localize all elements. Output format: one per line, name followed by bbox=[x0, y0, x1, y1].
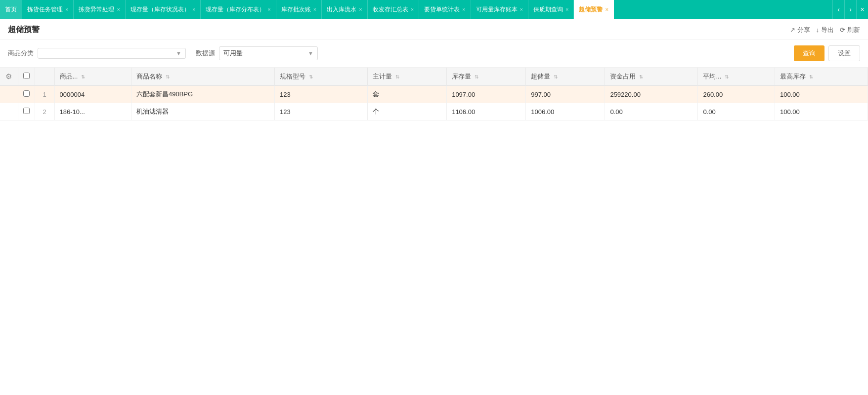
share-button[interactable]: ↗ 分享 bbox=[790, 26, 810, 35]
col-spec-label: 规格型号 bbox=[280, 73, 305, 80]
col-max-stock[interactable]: 最高库存 ⇅ bbox=[775, 68, 868, 86]
datasource-filter-group: 数据源 可用量 ▼ bbox=[196, 46, 318, 60]
export-button[interactable]: ↓ 导出 bbox=[816, 26, 834, 35]
row-num-cell: 2 bbox=[35, 103, 54, 120]
nav-item-stock-dist-label: 现存量（库存分布表） bbox=[206, 5, 265, 14]
page-header: 超储预警 ↗ 分享 ↓ 导出 ⟳ 刷新 bbox=[0, 19, 868, 40]
nav-item-batch-acct-label: 库存批次账 bbox=[281, 5, 311, 14]
nav-item-task-mgmt-label: 拣货任务管理 bbox=[27, 5, 63, 14]
category-filter-group: 商品分类 ▼ bbox=[8, 48, 186, 59]
nav-item-batch-acct[interactable]: 库存批次账 × bbox=[276, 0, 322, 19]
table-row: 2 186-10... 机油滤清器 123 个 1106.00 1006.00 … bbox=[0, 103, 868, 120]
close-stock-dist-icon[interactable]: × bbox=[267, 6, 270, 12]
nav-item-inout-flow-label: 出入库流水 bbox=[327, 5, 356, 14]
table-container: ⚙ 商品... ⇅ 商品名称 ⇅ 规格型号 bbox=[0, 68, 868, 120]
col-settings: ⚙ bbox=[0, 68, 18, 86]
row-checkbox-cell bbox=[18, 103, 35, 120]
col-checkbox bbox=[18, 68, 35, 86]
col-avg-label: 平均... bbox=[703, 73, 721, 80]
col-unit[interactable]: 主计量 ⇅ bbox=[368, 68, 447, 86]
row-max-stock-cell: 100.00 bbox=[775, 103, 868, 120]
row-settings-cell bbox=[0, 86, 18, 103]
overstock-table: ⚙ 商品... ⇅ 商品名称 ⇅ 规格型号 bbox=[0, 68, 868, 120]
close-overstock-icon[interactable]: × bbox=[605, 6, 608, 12]
row-checkbox-0[interactable] bbox=[23, 90, 30, 97]
close-batch-acct-icon[interactable]: × bbox=[313, 6, 316, 12]
nav-item-quality[interactable]: 保质期查询 × bbox=[528, 0, 574, 19]
nav-item-inout-flow[interactable]: 出入库流水 × bbox=[322, 0, 367, 19]
nav-item-task-mgmt[interactable]: 拣货任务管理 × bbox=[22, 0, 74, 19]
row-stock-cell: 1106.00 bbox=[447, 103, 526, 120]
nav-item-stock-status[interactable]: 现存量（库存状况表） × bbox=[126, 0, 201, 19]
close-order-stat-icon[interactable]: × bbox=[462, 6, 465, 12]
nav-item-recv-send[interactable]: 收发存汇总表 × bbox=[368, 0, 419, 19]
nav-item-avail-acct-label: 可用量库存账本 bbox=[476, 5, 518, 14]
nav-item-overstock[interactable]: 超储预警 × bbox=[574, 0, 613, 19]
row-goods-name-cell: 六配套新昌490BPG bbox=[131, 86, 275, 103]
nav-item-home[interactable]: 首页 bbox=[0, 0, 22, 19]
nav-item-home-label: 首页 bbox=[5, 5, 17, 14]
nav-item-abnormal-label: 拣货异常处理 bbox=[79, 5, 114, 14]
nav-item-order-stat[interactable]: 要货单统计表 × bbox=[419, 0, 471, 19]
datasource-value: 可用量 bbox=[223, 49, 243, 58]
settings-button[interactable]: 设置 bbox=[828, 45, 860, 61]
table-settings-icon[interactable]: ⚙ bbox=[5, 72, 12, 80]
row-goods-code-cell: 0000004 bbox=[54, 86, 131, 103]
sort-goods-name-icon: ⇅ bbox=[166, 74, 170, 79]
table-row: 1 0000004 六配套新昌490BPG 123 套 1097.00 997.… bbox=[0, 86, 868, 103]
col-spec[interactable]: 规格型号 ⇅ bbox=[275, 68, 368, 86]
export-icon: ↓ bbox=[816, 26, 820, 34]
row-unit-cell: 个 bbox=[368, 103, 447, 120]
refresh-button[interactable]: ⟳ 刷新 bbox=[840, 26, 860, 35]
category-select[interactable]: ▼ bbox=[38, 48, 186, 59]
row-capital-cell: 0.00 bbox=[605, 103, 698, 120]
sort-spec-icon: ⇅ bbox=[309, 74, 313, 79]
nav-arrow-close[interactable]: × bbox=[856, 0, 868, 19]
top-navigation: 首页 拣货任务管理 × 拣货异常处理 × 现存量（库存状况表） × 现存量（库存… bbox=[0, 0, 868, 19]
col-stock[interactable]: 库存量 ⇅ bbox=[447, 68, 526, 86]
nav-arrow-left[interactable]: ‹ bbox=[832, 0, 844, 19]
col-avg[interactable]: 平均... ⇅ bbox=[698, 68, 775, 86]
close-abnormal-icon[interactable]: × bbox=[117, 6, 120, 12]
page-title: 超储预警 bbox=[8, 25, 40, 35]
close-avail-acct-icon[interactable]: × bbox=[520, 6, 523, 12]
nav-item-order-stat-label: 要货单统计表 bbox=[424, 5, 460, 14]
category-arrow-icon: ▼ bbox=[176, 50, 181, 56]
export-label: 导出 bbox=[821, 26, 834, 35]
refresh-icon: ⟳ bbox=[840, 26, 845, 34]
col-capital-label: 资金占用 bbox=[610, 73, 636, 80]
nav-item-avail-acct[interactable]: 可用量库存账本 × bbox=[471, 0, 528, 19]
close-recv-send-icon[interactable]: × bbox=[411, 6, 414, 12]
sort-avg-icon: ⇅ bbox=[725, 74, 729, 79]
sort-unit-icon: ⇅ bbox=[395, 74, 399, 79]
nav-arrow-right[interactable]: › bbox=[844, 0, 856, 19]
sort-max-stock-icon: ⇅ bbox=[809, 74, 813, 79]
col-goods-code[interactable]: 商品... ⇅ bbox=[54, 68, 131, 86]
nav-item-stock-dist[interactable]: 现存量（库存分布表） × bbox=[201, 0, 276, 19]
col-goods-name[interactable]: 商品名称 ⇅ bbox=[131, 68, 275, 86]
col-stock-label: 库存量 bbox=[452, 73, 471, 80]
close-task-mgmt-icon[interactable]: × bbox=[65, 6, 68, 12]
nav-item-abnormal[interactable]: 拣货异常处理 × bbox=[74, 0, 125, 19]
nav-item-quality-label: 保质期查询 bbox=[533, 5, 563, 14]
datasource-select[interactable]: 可用量 ▼ bbox=[219, 46, 318, 60]
close-inout-flow-icon[interactable]: × bbox=[359, 6, 362, 12]
row-goods-code-cell: 186-10... bbox=[54, 103, 131, 120]
row-stock-cell: 1097.00 bbox=[447, 86, 526, 103]
row-avg-cell: 260.00 bbox=[698, 86, 775, 103]
row-checkbox-cell bbox=[18, 86, 35, 103]
table-header-row: ⚙ 商品... ⇅ 商品名称 ⇅ 规格型号 bbox=[0, 68, 868, 86]
col-overstock[interactable]: 超储量 ⇅ bbox=[526, 68, 605, 86]
datasource-filter-label: 数据源 bbox=[196, 49, 215, 58]
row-checkbox-1[interactable] bbox=[23, 108, 30, 114]
row-capital-cell: 259220.00 bbox=[605, 86, 698, 103]
sort-capital-icon: ⇅ bbox=[639, 74, 643, 79]
row-unit-cell: 套 bbox=[368, 86, 447, 103]
filter-actions: 查询 设置 bbox=[794, 45, 860, 61]
col-goods-code-label: 商品... bbox=[60, 73, 78, 80]
select-all-checkbox[interactable] bbox=[23, 73, 30, 79]
query-button[interactable]: 查询 bbox=[794, 45, 825, 61]
close-stock-status-icon[interactable]: × bbox=[192, 6, 195, 12]
col-capital[interactable]: 资金占用 ⇅ bbox=[605, 68, 698, 86]
close-quality-icon[interactable]: × bbox=[565, 6, 568, 12]
